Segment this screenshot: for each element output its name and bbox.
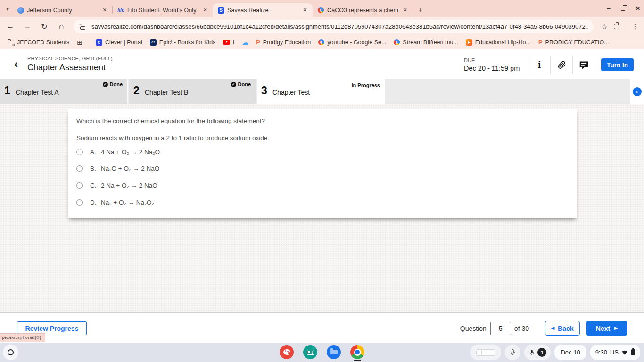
browser-forward-icon[interactable]: → — [21, 20, 34, 33]
comments-button[interactable] — [573, 55, 594, 74]
toolbar-divider — [626, 23, 626, 30]
folder-gear-icon — [8, 41, 14, 45]
url-text[interactable]: savvasrealize.com/dashboard/classes/66bd… — [91, 23, 588, 30]
active-app-indicator — [354, 360, 361, 362]
turn-in-button[interactable]: Turn In — [601, 58, 634, 71]
section-tabs-scroll: › — [630, 79, 644, 104]
section-number: 1 — [4, 84, 10, 97]
apps-grid-icon: ⊞ — [77, 39, 83, 46]
answer-option-c[interactable]: C. 2 Na + O₂ → 2 NaO — [68, 181, 577, 193]
info-button[interactable]: i — [528, 55, 550, 74]
question-statement: Sodium reacts with oxygen in a 2 to 1 ra… — [76, 134, 269, 141]
close-tab-icon[interactable]: ✕ — [401, 7, 409, 14]
course-name: PHYSICAL SCIENCE, GR 8 (FULL) — [27, 56, 113, 61]
radio-button[interactable] — [76, 165, 83, 172]
files-app-icon[interactable] — [327, 345, 341, 359]
bookmark-folder-jefcoed[interactable]: JEFCOED Students — [4, 37, 73, 48]
question-total: of 30 — [514, 325, 529, 332]
browser-menu-icon[interactable]: ⋮ — [629, 20, 641, 33]
mic-access-button[interactable] — [505, 345, 520, 360]
bookmark-stream[interactable]: Stream Bfifteen mu... — [390, 37, 462, 48]
bookmark-flocabulary[interactable]: F Educational Hip-Ho... — [462, 37, 535, 48]
done-check-icon: ✓ — [231, 82, 236, 87]
flocabulary-icon: F — [466, 39, 472, 46]
browser-reload-icon[interactable]: ↻ — [38, 20, 51, 33]
bookmark-label: JEFCOED Students — [17, 39, 69, 46]
bookmark-youtube-google[interactable]: youtube - Google Se... — [314, 37, 390, 48]
bookmark-prodigy[interactable]: P Prodigy Education — [252, 37, 314, 48]
close-tab-icon[interactable]: ✕ — [301, 7, 309, 14]
palette-icon — [283, 349, 290, 355]
radio-button[interactable] — [76, 182, 83, 189]
browser-tab-savvas-active[interactable]: S Savvas Realize ✕ — [213, 3, 313, 17]
bookmark-label: youtube - Google Se... — [327, 39, 386, 46]
answer-option-b[interactable]: B. Na₂O + O₂ → 2 NaO — [68, 165, 577, 176]
tab-search-button[interactable]: ▾ — [3, 4, 12, 14]
next-section-button[interactable]: › — [633, 87, 642, 96]
browser-toolbar: ← → ↻ ⌂ savvasrealize.com/dashboard/clas… — [0, 17, 644, 36]
answer-option-d[interactable]: D. Na₂ + O₂ → Na₂O₂ — [68, 198, 577, 210]
microphone-icon — [509, 349, 516, 356]
back-label: Back — [558, 325, 573, 332]
clock: 9:30 — [595, 349, 607, 356]
date-tray[interactable]: Dec 10 — [554, 345, 586, 360]
browser-tab-caco3[interactable]: CaCO3 represents a chemical ✕ — [313, 3, 413, 17]
close-tab-icon[interactable]: ✕ — [201, 7, 209, 14]
screenshot-thumbnail[interactable] — [487, 349, 495, 356]
launcher-button[interactable] — [3, 345, 18, 360]
tab-title: Filo Student: World's Only Live — [127, 7, 198, 14]
question-number-input[interactable] — [490, 322, 511, 335]
bookmark-clever[interactable]: C Clever | Portal — [92, 37, 146, 48]
info-icon: i — [538, 59, 541, 71]
section-label: Chapter Test B — [145, 89, 188, 96]
option-letter: B. — [90, 165, 96, 172]
bookmark-label: Educational Hip-Ho... — [475, 39, 531, 46]
next-button[interactable]: Next ▶ — [586, 321, 627, 336]
section-tab-chapter-test-a[interactable]: 1 Chapter Test A ✓Done — [0, 79, 128, 104]
google-icon — [394, 39, 400, 45]
browser-tab-bar: ▾ Jefferson County ✕ filo Filo Student: … — [0, 0, 644, 17]
window-restore-button[interactable] — [621, 7, 625, 11]
back-chevron-icon[interactable]: ‹ — [14, 58, 18, 70]
cloud-icon: ☁ — [242, 39, 248, 46]
answer-option-a[interactable]: A. 4 Na + O₂ → 2 Na₂O — [68, 148, 577, 159]
section-tab-chapter-test-b[interactable]: 2 Chapter Test B ✓Done — [129, 79, 256, 104]
section-tab-chapter-test-active[interactable]: 3 Chapter Test In Progress — [257, 79, 385, 104]
radio-button[interactable] — [76, 149, 83, 155]
microphone-icon — [528, 349, 535, 356]
wifi-icon — [621, 349, 628, 355]
apps-shortcut[interactable]: ⊞ — [73, 37, 86, 48]
canvas-app-icon[interactable] — [280, 345, 294, 359]
window-minimize-button[interactable]: – — [607, 5, 611, 12]
site-info-icon[interactable] — [79, 23, 87, 30]
back-arrow-icon: ◀ — [551, 326, 554, 330]
holding-space-tray[interactable] — [470, 345, 501, 360]
close-tab-icon[interactable]: ✕ — [101, 7, 108, 14]
epic-icon: e! — [150, 39, 157, 46]
bookmark-epic[interactable]: e! Epic! - Books for Kids — [146, 37, 220, 48]
browser-home-icon[interactable]: ⌂ — [55, 20, 68, 33]
notification-tray[interactable]: 1 — [524, 345, 551, 360]
system-tray[interactable]: 9:30 US — [590, 345, 640, 360]
explore-app-icon[interactable] — [303, 345, 317, 359]
back-button[interactable]: ◀ Back — [545, 321, 580, 336]
bookmark-prodigy-2[interactable]: P PRODIGY EDUCATIO... — [535, 37, 613, 48]
bookmark-cloud[interactable]: ☁ — [238, 37, 252, 48]
browser-back-icon[interactable]: ← — [4, 20, 17, 33]
due-value: Dec 20 - 11:59 pm — [464, 65, 520, 72]
extensions-icon[interactable] — [611, 20, 623, 33]
window-close-button[interactable]: ✕ — [636, 5, 640, 12]
chrome-app-icon[interactable] — [350, 345, 364, 359]
browser-tab-jefferson[interactable]: Jefferson County ✕ — [12, 3, 112, 17]
address-bar[interactable]: savvasrealize.com/dashboard/classes/66bd… — [74, 20, 594, 33]
radio-button[interactable] — [76, 199, 83, 206]
bookmark-youtube[interactable]: i — [219, 37, 238, 48]
new-tab-button[interactable]: + — [415, 4, 426, 15]
bookmark-star-icon[interactable]: ☆ — [598, 20, 611, 33]
bookmark-label: PRODIGY EDUCATIO... — [545, 39, 609, 46]
attachment-button[interactable] — [551, 55, 572, 74]
browser-tab-filo[interactable]: filo Filo Student: World's Only Live ✕ — [113, 3, 213, 17]
paperclip-icon — [557, 60, 566, 69]
bookmark-label: i — [233, 39, 234, 46]
option-formula: 4 Na + O₂ → 2 Na₂O — [101, 148, 160, 156]
